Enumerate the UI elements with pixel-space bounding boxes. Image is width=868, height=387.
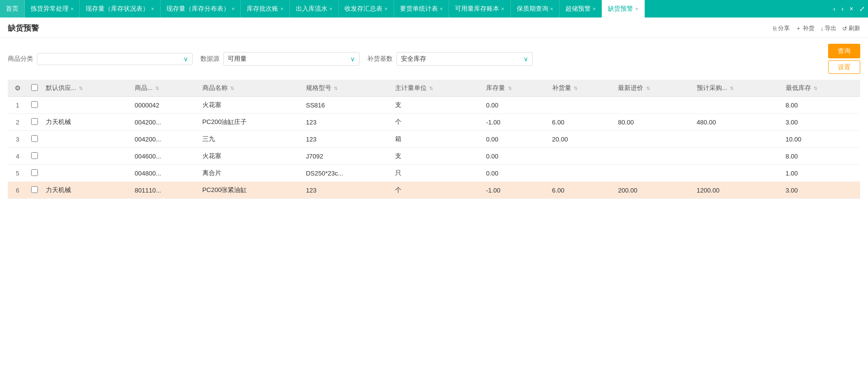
tab-inventory-status[interactable]: 现存量（库存状况表） × <box>80 0 160 18</box>
page-header: 缺货预警 ⎘ 分享 ＋ 补货 ↓ 导出 ↺ 刷新 <box>0 18 868 38</box>
row-product-name: 火花塞 <box>199 97 302 114</box>
sort-supplier-icon: ⇅ <box>79 86 83 91</box>
row-min-stock: 3.00 <box>782 114 860 131</box>
tab-expiry-query[interactable]: 保质期查询 × <box>511 0 560 18</box>
row-checkbox-cell <box>27 131 42 148</box>
col-unit[interactable]: 主计量单位 ⇅ <box>391 80 482 97</box>
tab-shortage-close[interactable]: × <box>635 6 638 12</box>
settings-button[interactable]: 设置 <box>828 60 860 74</box>
datasource-select[interactable]: 可用量 ∨ <box>223 52 360 66</box>
tab-exception-close[interactable]: × <box>71 6 73 12</box>
tab-home[interactable]: 首页 <box>0 0 25 18</box>
table-row: 2 力天机械 004200... PC200油缸庄子 123 个 -1.00 6… <box>8 114 860 131</box>
row-stock: 0.00 <box>482 97 548 114</box>
row-checkbox[interactable] <box>31 135 38 142</box>
tab-batch-account-close[interactable]: × <box>280 6 283 12</box>
row-product-code: 004600... <box>131 148 199 165</box>
row-checkbox[interactable] <box>31 118 38 125</box>
sort-min-icon: ⇅ <box>814 86 817 91</box>
restock-base-select-value: 安全库存 <box>401 54 426 63</box>
share-button[interactable]: ⎘ 分享 <box>773 24 790 33</box>
sort-restock-icon: ⇅ <box>574 86 578 91</box>
row-min-stock: 3.00 <box>782 182 860 199</box>
select-all-checkbox[interactable] <box>31 84 38 91</box>
datasource-chevron-down-icon: ∨ <box>350 55 355 63</box>
tab-exception[interactable]: 拣货异常处理 × <box>25 0 80 18</box>
row-checkbox-cell <box>27 148 42 165</box>
main-content: 缺货预警 ⎘ 分享 ＋ 补货 ↓ 导出 ↺ 刷新 商品分类 <box>0 18 868 387</box>
row-product-code: 004200... <box>131 131 199 148</box>
row-product-name: 三九 <box>199 131 302 148</box>
tab-next-button[interactable]: › <box>838 5 847 13</box>
tab-overstock-close[interactable]: × <box>593 6 596 12</box>
tab-demand-stats-close[interactable]: × <box>440 6 443 12</box>
tab-expiry-query-close[interactable]: × <box>550 6 553 12</box>
row-checkbox[interactable] <box>31 152 38 159</box>
row-est-purchase <box>693 148 782 165</box>
query-button[interactable]: 查询 <box>828 44 860 58</box>
tab-available-ledger-close[interactable]: × <box>501 6 504 12</box>
row-latest-price <box>614 148 692 165</box>
row-spec: SS816 <box>302 97 391 114</box>
refresh-icon: ↺ <box>842 25 847 32</box>
datasource-select-value: 可用量 <box>228 54 247 63</box>
tab-shortage[interactable]: 缺货预警 × <box>602 0 644 18</box>
row-product-name: PC200油缸庄子 <box>199 114 302 131</box>
tab-receipt-summary[interactable]: 收发存汇总表 × <box>339 0 394 18</box>
row-unit: 支 <box>391 97 482 114</box>
col-est-purchase[interactable]: 预计采购... ⇅ <box>693 80 782 97</box>
tab-available-ledger[interactable]: 可用量库存账本 × <box>449 0 510 18</box>
row-spec: 123 <box>302 114 391 131</box>
row-checkbox[interactable] <box>31 186 38 193</box>
row-stock: 0.00 <box>482 131 548 148</box>
tab-inventory-status-close[interactable]: × <box>151 6 154 12</box>
gear-icon[interactable]: ⚙ <box>15 84 21 92</box>
row-num: 5 <box>8 165 27 182</box>
row-checkbox[interactable] <box>31 169 38 176</box>
row-unit: 箱 <box>391 131 482 148</box>
row-stock: 0.00 <box>482 165 548 182</box>
row-unit: 支 <box>391 148 482 165</box>
table-row: 1 0000042 火花塞 SS816 支 0.00 8.00 <box>8 97 860 114</box>
datasource-filter-group: 数据源 可用量 ∨ <box>200 52 360 66</box>
tab-expand-button[interactable]: ⤢ <box>856 5 868 13</box>
row-checkbox[interactable] <box>31 101 38 108</box>
row-checkbox-cell <box>27 182 42 199</box>
tab-demand-stats[interactable]: 要货单统计表 × <box>394 0 449 18</box>
col-min-stock[interactable]: 最低库存 ⇅ <box>782 80 860 97</box>
export-icon: ↓ <box>820 25 823 32</box>
col-product-name[interactable]: 商品名称 ⇅ <box>199 80 302 97</box>
col-spec[interactable]: 规格型号 ⇅ <box>302 80 391 97</box>
export-button[interactable]: ↓ 导出 <box>820 24 836 33</box>
col-product-code[interactable]: 商品... ⇅ <box>131 80 199 97</box>
col-stock[interactable]: 库存量 ⇅ <box>482 80 548 97</box>
refresh-button[interactable]: ↺ 刷新 <box>842 24 860 33</box>
sort-code-icon: ⇅ <box>155 86 159 91</box>
restock-button[interactable]: ＋ 补货 <box>796 24 814 33</box>
row-spec: DS250*23c... <box>302 165 391 182</box>
tab-inout-flow-close[interactable]: × <box>329 6 332 12</box>
tab-receipt-summary-close[interactable]: × <box>384 6 387 12</box>
filter-bar: 商品分类 ∨ 数据源 可用量 ∨ 补货基数 安全库存 ∨ 查询 设置 <box>0 38 868 80</box>
tab-batch-account[interactable]: 库存批次账 × <box>241 0 289 18</box>
tab-overstock[interactable]: 超储预警 × <box>560 0 602 18</box>
restock-base-label: 补货基数 <box>367 54 393 63</box>
row-restock-qty <box>548 165 615 182</box>
restock-base-select[interactable]: 安全库存 ∨ <box>397 52 533 66</box>
row-unit: 个 <box>391 182 482 199</box>
col-default-supplier[interactable]: 默认供应... ⇅ <box>42 80 131 97</box>
category-select[interactable]: ∨ <box>37 53 193 65</box>
tab-inout-flow[interactable]: 出入库流水 × <box>290 0 339 18</box>
tab-prev-button[interactable]: ‹ <box>830 5 838 13</box>
row-product-code: 004200... <box>131 114 199 131</box>
tab-bar: 首页 拣货异常处理 × 现存量（库存状况表） × 现存量（库存分布表） × 库存… <box>0 0 868 18</box>
row-num: 4 <box>8 148 27 165</box>
row-min-stock: 8.00 <box>782 97 860 114</box>
tab-inventory-dist-close[interactable]: × <box>232 6 235 12</box>
col-latest-price[interactable]: 最新进价 ⇅ <box>614 80 692 97</box>
row-product-name: PC200张紧油缸 <box>199 182 302 199</box>
row-unit: 个 <box>391 114 482 131</box>
tab-inventory-dist[interactable]: 现存量（库存分布表） × <box>161 0 241 18</box>
tab-close-all-button[interactable]: × <box>847 5 856 13</box>
col-restock-qty[interactable]: 补货量 ⇅ <box>548 80 615 97</box>
